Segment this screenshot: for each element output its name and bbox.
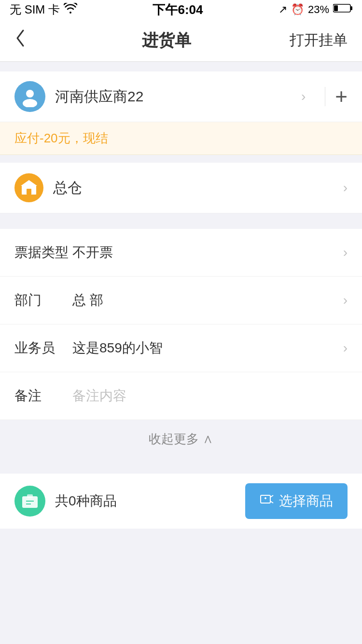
wifi-icon xyxy=(64,3,77,16)
warehouse-icon xyxy=(14,173,43,202)
notice-banner: 应付-20元，现结 xyxy=(0,122,362,155)
invoice-value: 不开票 xyxy=(72,243,338,262)
warehouse-row[interactable]: 总仓 › xyxy=(0,163,362,213)
svg-marker-6 xyxy=(21,180,37,186)
svg-point-3 xyxy=(26,90,34,98)
svg-rect-1 xyxy=(350,6,352,10)
battery-label: 23% xyxy=(308,3,329,16)
remark-label: 备注 xyxy=(14,387,72,405)
svg-point-4 xyxy=(23,99,37,107)
select-product-icon xyxy=(260,492,274,510)
gap-2 xyxy=(0,213,362,221)
select-product-label: 选择商品 xyxy=(279,492,333,510)
product-bar: 共0种商品 选择商品 xyxy=(0,474,362,529)
sim-label: 无 SIM 卡 xyxy=(10,2,60,17)
invoice-row[interactable]: 票据类型 不开票 › xyxy=(0,229,362,277)
salesperson-chevron-icon: › xyxy=(343,340,348,356)
bottom-space xyxy=(0,529,362,644)
department-chevron-icon: › xyxy=(343,293,348,308)
warehouse-section: 总仓 › xyxy=(0,163,362,213)
battery-icon xyxy=(333,3,352,16)
remark-input[interactable]: 备注内容 xyxy=(72,387,348,405)
salesperson-row[interactable]: 业务员 这是859的小智 › xyxy=(0,324,362,372)
product-icon xyxy=(14,486,45,517)
select-product-button[interactable]: 选择商品 xyxy=(245,483,348,519)
svg-rect-7 xyxy=(27,189,31,195)
collapse-button[interactable]: 收起更多 ∧ xyxy=(0,420,362,458)
supplier-row[interactable]: 河南供应商22 › + xyxy=(0,71,362,122)
nav-bar: 进货单 打开挂单 xyxy=(0,19,362,62)
remark-row[interactable]: 备注 备注内容 xyxy=(0,372,362,420)
invoice-label: 票据类型 xyxy=(14,243,72,262)
warehouse-name: 总仓 xyxy=(53,178,343,198)
warehouse-chevron-icon: › xyxy=(343,180,348,196)
department-row[interactable]: 部门 总 部 › xyxy=(0,277,362,324)
supplier-section: 河南供应商22 › + 应付-20元，现结 xyxy=(0,71,362,155)
supplier-chevron-icon: › xyxy=(301,89,306,104)
supplier-name: 河南供应商22 xyxy=(55,87,301,107)
form-section: 票据类型 不开票 › 部门 总 部 › 业务员 这是859的小智 › 备注 备注… xyxy=(0,229,362,420)
top-gap xyxy=(0,62,362,71)
status-time: 下午6:04 xyxy=(153,1,203,18)
department-label: 部门 xyxy=(14,291,72,309)
gap-3 xyxy=(0,458,362,466)
alarm-icon: ⏰ xyxy=(291,3,304,16)
salesperson-value: 这是859的小智 xyxy=(72,339,338,357)
product-count-label: 共0种商品 xyxy=(55,492,245,510)
invoice-chevron-icon: › xyxy=(343,245,348,260)
svg-rect-9 xyxy=(27,494,33,498)
supplier-avatar xyxy=(14,81,45,112)
department-value: 总 部 xyxy=(72,291,338,309)
svg-rect-2 xyxy=(334,5,338,11)
supplier-divider xyxy=(325,87,325,106)
status-left: 无 SIM 卡 xyxy=(10,2,77,17)
gap-1 xyxy=(0,155,362,163)
status-right: ↗ ⏰ 23% xyxy=(278,3,352,16)
page-title: 进货单 xyxy=(142,29,191,52)
open-pending-button[interactable]: 打开挂单 xyxy=(290,30,348,50)
add-supplier-button[interactable]: + xyxy=(335,86,348,107)
salesperson-label: 业务员 xyxy=(14,339,72,357)
location-icon: ↗ xyxy=(278,3,287,16)
back-button[interactable] xyxy=(14,28,43,52)
status-bar: 无 SIM 卡 下午6:04 ↗ ⏰ 23% xyxy=(0,0,362,19)
